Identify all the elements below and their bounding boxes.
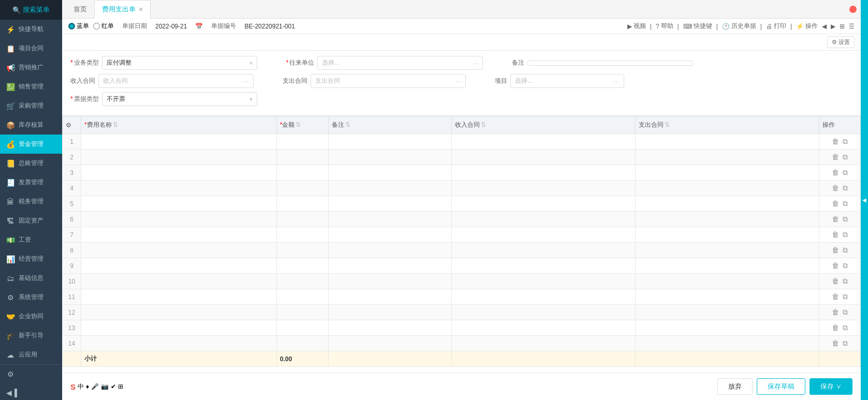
operation-action[interactable]: ⚡ 操作 (796, 22, 818, 31)
expense-name-cell[interactable] (81, 243, 277, 258)
delete-btn[interactable]: 🗑 (831, 215, 840, 223)
red-bill-radio[interactable]: 红单 (93, 22, 114, 31)
amount-cell[interactable] (276, 165, 328, 181)
delete-btn[interactable]: 🗑 (831, 308, 840, 316)
delete-btn[interactable]: 🗑 (831, 323, 840, 332)
sidebar-search-button[interactable]: 🔍 搜索菜单 (12, 5, 50, 14)
sidebar-item-fixed-assets[interactable]: 🏗固定资产 (0, 211, 62, 230)
project-input[interactable]: 选择... ··· (510, 74, 624, 88)
amount-cell[interactable] (276, 243, 328, 258)
copy-btn[interactable]: ⧉ (842, 292, 849, 301)
copy-btn[interactable]: ⧉ (842, 215, 849, 224)
sidebar-item-account-mgmt[interactable]: 📒总账管理 (0, 154, 62, 173)
shortcut-action[interactable]: ⌨ 快捷键 (683, 22, 712, 31)
save-button[interactable]: 保存 ∨ (810, 378, 852, 395)
income-contract-cell[interactable] (451, 134, 635, 150)
sidebar-item-enterprise[interactable]: 🤝企业协同 (0, 307, 62, 326)
im-grid[interactable]: ⊞ (118, 383, 123, 390)
expense-contract-cell[interactable] (635, 196, 819, 212)
im-camera[interactable]: 📷 (101, 383, 109, 390)
income-contract-input[interactable]: 收入合同 ··· (98, 74, 254, 88)
sidebar-item-fund-mgmt[interactable]: 💰资金管理 (0, 135, 62, 154)
sidebar-item-sys-mgmt[interactable]: ⚙系统管理 (0, 288, 62, 307)
expense-name-cell[interactable] (81, 212, 277, 227)
delete-btn[interactable]: 🗑 (831, 168, 840, 176)
remark-cell[interactable] (328, 274, 451, 289)
expense-contract-cell[interactable] (635, 165, 819, 181)
sidebar-item-purchase-mgmt[interactable]: 🛒采购管理 (0, 96, 62, 115)
remark-cell[interactable] (328, 320, 451, 336)
expense-contract-cell[interactable] (635, 243, 819, 258)
remark-cell[interactable] (328, 150, 451, 165)
window-close-btn[interactable] (849, 6, 857, 13)
amount-cell[interactable] (276, 289, 328, 305)
expense-contract-cell[interactable] (635, 320, 819, 336)
remark-cell[interactable] (328, 243, 451, 258)
delete-btn[interactable]: 🗑 (831, 153, 840, 161)
sidebar-item-settings[interactable]: ⚙ (0, 365, 62, 383)
remark-cell[interactable] (328, 227, 451, 243)
remark-input[interactable] (527, 61, 693, 66)
expense-name-cell[interactable] (81, 150, 277, 165)
remark-cell[interactable] (328, 196, 451, 212)
blue-bill-radio[interactable]: 蓝单 (68, 22, 89, 31)
sidebar-item-ops-mgmt[interactable]: 📊经营管理 (0, 249, 62, 269)
remark-cell[interactable] (328, 289, 451, 305)
income-contract-cell[interactable] (451, 320, 635, 336)
remark-cell[interactable] (328, 212, 451, 227)
video-action[interactable]: ▶ 视频 (627, 22, 646, 31)
income-contract-cell[interactable] (451, 212, 635, 227)
amount-cell[interactable] (276, 258, 328, 274)
income-contract-cell[interactable] (451, 243, 635, 258)
income-contract-cell[interactable] (451, 181, 635, 196)
amount-cell[interactable] (276, 196, 328, 212)
amount-cell[interactable] (276, 274, 328, 289)
tab-home[interactable]: 首页 (66, 1, 94, 18)
copy-btn[interactable]: ⧉ (842, 153, 849, 161)
copy-btn[interactable]: ⧉ (842, 277, 849, 286)
expense-name-cell[interactable] (81, 258, 277, 274)
expense-name-cell[interactable] (81, 274, 277, 289)
expense-contract-input[interactable]: 支出合同 ··· (311, 74, 466, 88)
sidebar-item-volume[interactable]: ◀▐ (0, 383, 62, 400)
sidebar-item-project-contract[interactable]: 📋项目合同 (0, 39, 62, 58)
sort-icon-4[interactable]: ⇅ (481, 121, 486, 128)
remark-cell[interactable] (328, 165, 451, 181)
remark-cell[interactable] (328, 336, 451, 351)
remark-cell[interactable] (328, 305, 451, 320)
income-contract-cell[interactable] (451, 289, 635, 305)
print-action[interactable]: 🖨 打印 (766, 22, 786, 31)
im-zhong[interactable]: 中 (78, 382, 84, 391)
remark-cell[interactable] (328, 134, 451, 150)
expense-contract-cell[interactable] (635, 289, 819, 305)
expense-contract-cell[interactable] (635, 336, 819, 351)
tab-expense-bill-close[interactable]: × (139, 5, 143, 13)
income-contract-cell[interactable] (451, 227, 635, 243)
copy-btn[interactable]: ⧉ (842, 308, 849, 317)
copy-btn[interactable]: ⧉ (842, 339, 849, 348)
sort-icon-1[interactable]: ⇅ (113, 121, 118, 128)
expense-contract-cell[interactable] (635, 274, 819, 289)
sidebar-item-quick-nav[interactable]: ⚡快捷导航 (0, 20, 62, 39)
remark-cell[interactable] (328, 181, 451, 196)
counterpart-input[interactable]: 选择... ··· (317, 56, 483, 70)
invoice-type-input[interactable]: 不开票 ▾ (102, 92, 257, 106)
delete-btn[interactable]: 🗑 (831, 184, 840, 192)
expense-contract-cell[interactable] (635, 258, 819, 274)
expense-contract-cell[interactable] (635, 305, 819, 320)
income-contract-cell[interactable] (451, 274, 635, 289)
sidebar-item-marketing[interactable]: 📢营销推广 (0, 58, 62, 77)
delete-btn[interactable]: 🗑 (831, 230, 840, 239)
amount-cell[interactable] (276, 320, 328, 336)
income-contract-cell[interactable] (451, 336, 635, 351)
discard-button[interactable]: 放弃 (717, 378, 753, 395)
im-dot[interactable]: ♦ (86, 383, 89, 390)
sidebar-item-inventory[interactable]: 📦库存核算 (0, 115, 62, 135)
sidebar-item-payroll[interactable]: 💵工资 (0, 230, 62, 249)
remark-cell[interactable] (328, 258, 451, 274)
amount-cell[interactable] (276, 181, 328, 196)
sort-icon-5[interactable]: ⇅ (665, 121, 670, 128)
amount-cell[interactable] (276, 134, 328, 150)
sort-icon-3[interactable]: ⇅ (345, 121, 350, 128)
business-type-input[interactable]: 应付调整 ▾ (102, 56, 257, 70)
